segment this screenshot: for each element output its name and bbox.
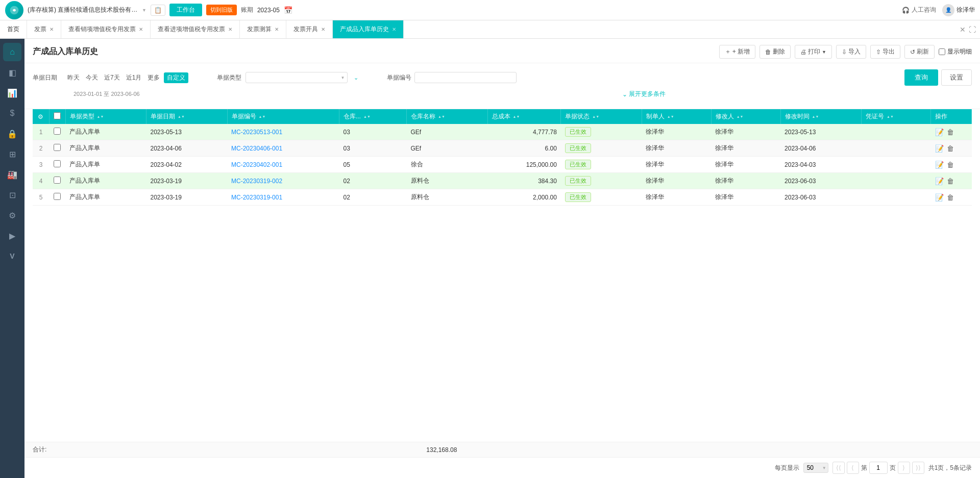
refresh-button[interactable]: ↺ 刷新 [904, 45, 935, 59]
page-number-input[interactable] [869, 462, 888, 474]
row-delete-icon[interactable]: 🗑 [947, 193, 954, 202]
setting-button[interactable]: 设置 [941, 69, 972, 86]
row-edit-icon[interactable]: 📝 [935, 193, 944, 202]
wh-code-sort[interactable]: ▲▼ [363, 115, 371, 118]
sidebar-item-grid[interactable]: ⊞ [3, 145, 21, 163]
modify-time-column-header[interactable]: 修改时间▲▼ [780, 109, 862, 124]
row-number[interactable]: MC-20230319-002 [227, 173, 339, 189]
row-delete-icon[interactable]: 🗑 [947, 128, 954, 136]
status-column-header[interactable]: 单据状态▲▼ [561, 109, 642, 124]
sidebar-item-play[interactable]: ▶ [3, 227, 21, 245]
modifier-column-header[interactable]: 修改人▲▼ [711, 109, 780, 124]
tab-invoice-calc[interactable]: 发票测算 ✕ [240, 20, 286, 39]
cost-sort[interactable]: ▲▼ [513, 115, 520, 118]
row-number-link[interactable]: MC-20230406-001 [231, 145, 282, 152]
row-number-link[interactable]: MC-20230319-001 [231, 194, 282, 201]
row-checkbox[interactable] [49, 124, 65, 140]
doc-icon-btn[interactable]: 📋 [151, 5, 165, 16]
checkbox-column-header[interactable] [49, 109, 65, 124]
user-info[interactable]: 👤 徐泽华 [942, 4, 975, 16]
row-delete-icon[interactable]: 🗑 [947, 177, 954, 185]
print-button[interactable]: 🖨 打印 ▼ [795, 45, 832, 59]
new-button[interactable]: ＋ + 新增 [719, 45, 755, 59]
row-checkbox[interactable] [49, 157, 65, 173]
row-number-link[interactable]: MC-20230319-002 [231, 178, 282, 185]
tab-home[interactable]: 首页 [0, 20, 27, 39]
first-page-btn[interactable]: ⟨⟨ [832, 462, 845, 474]
delete-button[interactable]: 🗑 删除 [760, 45, 791, 59]
row-checkbox[interactable] [49, 140, 65, 157]
import-button[interactable]: ⇩ 导入 [836, 45, 866, 59]
row-select-checkbox[interactable] [54, 177, 61, 184]
modifier-sort[interactable]: ▲▼ [737, 115, 744, 118]
date-column-header[interactable]: 单据日期▲▼ [146, 109, 228, 124]
row-edit-icon[interactable]: 📝 [935, 144, 944, 153]
creator-column-header[interactable]: 制单人▲▼ [642, 109, 711, 124]
tab-purchase-vat-close[interactable]: ✕ [228, 27, 232, 32]
tab-maximize[interactable]: ⛶ [969, 26, 976, 34]
row-checkbox[interactable] [49, 173, 65, 189]
show-detail-checkbox-wrap[interactable]: 显示明细 [939, 47, 972, 56]
expand-conditions-btn[interactable]: ⌄ 展开更多条件 [622, 90, 666, 98]
column-settings-icon[interactable]: ⚙ [38, 113, 43, 120]
number-column-header[interactable]: 单据编号▲▼ [227, 109, 339, 124]
sidebar-item-v[interactable]: V [3, 247, 21, 265]
number-input[interactable] [414, 72, 517, 83]
page-size-select[interactable]: 50 20 100 [803, 463, 828, 473]
sidebar-item-truck[interactable]: ⊡ [3, 186, 21, 204]
tab-stock-history-close[interactable]: ✕ [392, 27, 396, 32]
shortcut-7days[interactable]: 近7天 [102, 72, 122, 83]
sidebar-item-lock[interactable]: 🔒 [3, 124, 21, 143]
type-column-header[interactable]: 单据类型▲▼ [65, 109, 146, 124]
show-detail-checkbox[interactable] [939, 48, 945, 55]
prev-page-btn[interactable]: ⟨ [847, 462, 859, 474]
wh-name-column-header[interactable]: 仓库名称▲▼ [407, 109, 488, 124]
row-edit-icon[interactable]: 📝 [935, 161, 944, 169]
row-checkbox[interactable] [49, 189, 65, 206]
row-number[interactable]: MC-20230513-001 [227, 124, 339, 140]
row-edit-icon[interactable]: 📝 [935, 128, 944, 136]
calendar-icon[interactable]: 📅 [284, 6, 292, 14]
next-page-btn[interactable]: ⟩ [898, 462, 910, 474]
creator-sort[interactable]: ▲▼ [667, 115, 674, 118]
shortcut-yesterday[interactable]: 昨天 [65, 72, 82, 83]
type-sort[interactable]: ▲▼ [97, 115, 104, 118]
sidebar-item-warehouse[interactable]: 🏭 [3, 165, 21, 184]
tab-invoice-calc-close[interactable]: ✕ [275, 27, 279, 32]
wh-code-column-header[interactable]: 仓库...▲▼ [339, 109, 406, 124]
row-select-checkbox[interactable] [54, 144, 61, 151]
shortcut-custom[interactable]: 自定义 [164, 72, 188, 83]
tab-sales-vat[interactable]: 查看销项增值税专用发票 ✕ [61, 20, 151, 39]
status-sort[interactable]: ▲▼ [592, 115, 599, 118]
row-number-link[interactable]: MC-20230402-001 [231, 161, 282, 168]
tab-sales-vat-close[interactable]: ✕ [139, 27, 143, 32]
tab-invoice-issue-close[interactable]: ✕ [321, 27, 325, 32]
company-selector[interactable]: (库存核算) 直播轻犊通信息技术股份有限... ▼ [28, 6, 146, 14]
sidebar-item-home[interactable]: ⌂ [3, 43, 21, 61]
export-button[interactable]: ⇧ 导出 [870, 45, 900, 59]
sidebar-item-document[interactable]: ◧ [3, 63, 21, 82]
row-delete-icon[interactable]: 🗑 [947, 144, 954, 153]
row-select-checkbox[interactable] [54, 160, 61, 167]
tab-invoice-issue[interactable]: 发票开具 ✕ [286, 20, 333, 39]
tab-purchase-vat[interactable]: 查看进项增值税专用发票 ✕ [151, 20, 240, 39]
shortcut-today[interactable]: 今天 [84, 72, 100, 83]
row-select-checkbox[interactable] [54, 193, 61, 200]
voucher-column-header[interactable]: 凭证号▲▼ [862, 109, 931, 124]
row-number-link[interactable]: MC-20230513-001 [231, 129, 282, 136]
shortcut-more[interactable]: 更多 [145, 72, 162, 83]
tab-invoice-close[interactable]: ✕ [50, 27, 54, 32]
voucher-sort[interactable]: ▲▼ [887, 115, 894, 118]
type-filter-expand[interactable]: ⌄ [354, 74, 358, 81]
row-number[interactable]: MC-20230402-001 [227, 157, 339, 173]
modify-time-sort[interactable]: ▲▼ [812, 115, 819, 118]
wh-name-sort[interactable]: ▲▼ [438, 115, 445, 118]
workbench-button[interactable]: 工作台 [169, 4, 202, 16]
row-delete-icon[interactable]: 🗑 [947, 161, 954, 169]
row-number[interactable]: MC-20230319-001 [227, 189, 339, 206]
gear-column-header[interactable]: ⚙ [33, 109, 49, 124]
shortcut-1month[interactable]: 近1月 [124, 72, 144, 83]
cost-column-header[interactable]: 总成本▲▼ [487, 109, 561, 124]
service-button[interactable]: 🎧 人工咨询 [902, 6, 936, 14]
select-all-checkbox[interactable] [54, 112, 61, 119]
